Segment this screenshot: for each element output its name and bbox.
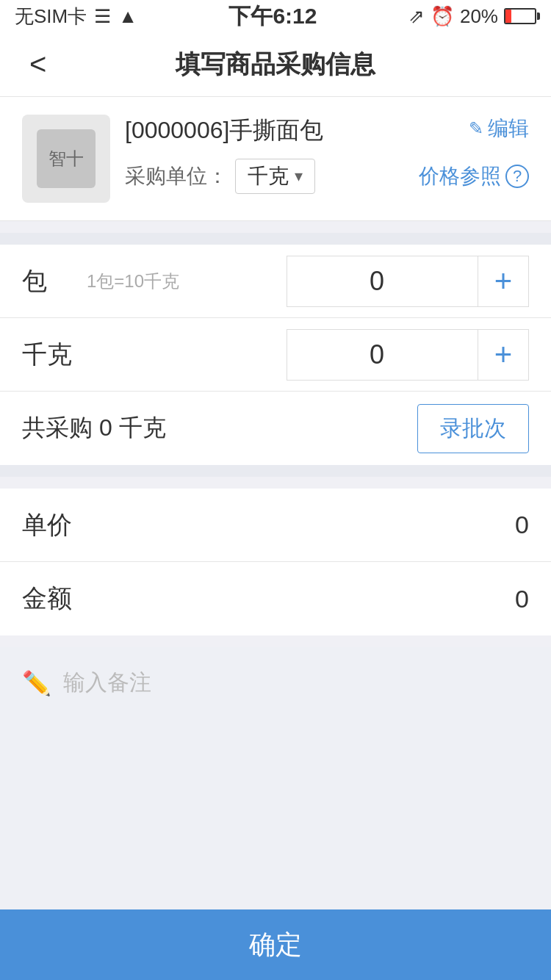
status-time: 下午6:12 — [228, 1, 317, 32]
wifi-signal: ▲ — [118, 5, 137, 28]
bag-plus-button[interactable]: + — [478, 256, 529, 307]
product-info: [0000006]手撕面包 ✎ 编辑 采购单位： 千克 ▾ 价格参照 ? — [125, 115, 529, 194]
back-button[interactable]: < — [22, 40, 54, 88]
dropdown-icon: ▾ — [295, 167, 303, 186]
section-divider-2 — [0, 465, 551, 477]
kg-input-controls: + — [287, 329, 529, 381]
amount-row: 金额 0 — [0, 562, 551, 635]
bag-quantity-input[interactable] — [287, 256, 478, 307]
carrier-text: 无SIM卡 — [15, 4, 87, 29]
section-divider-1 — [0, 233, 551, 245]
unit-label: 采购单位： — [125, 162, 228, 190]
unit-selector-group: 采购单位： 千克 ▾ — [125, 159, 315, 194]
price-section: 单价 0 金额 0 — [0, 489, 551, 635]
record-batch-button[interactable]: 录批次 — [417, 404, 529, 453]
amount-value: 0 — [515, 585, 529, 613]
amount-label: 金额 — [22, 582, 72, 616]
unit-price-value: 0 — [515, 511, 529, 539]
battery-percent: 20% — [460, 5, 498, 28]
product-logo: 智十 — [37, 129, 96, 188]
page-title: 填写商品采购信息 — [176, 48, 375, 82]
edit-button[interactable]: ✎ 编辑 — [469, 115, 529, 143]
kg-plus-button[interactable]: + — [478, 329, 529, 381]
nav-bar: < 填写商品采购信息 — [0, 32, 551, 97]
unit-price-label: 单价 — [22, 508, 72, 542]
product-image: 智十 — [22, 115, 110, 203]
alarm-icon: ⏰ — [431, 5, 454, 28]
bag-input-controls: + — [287, 256, 529, 307]
wifi-icon: ☰ — [94, 5, 111, 28]
confirm-button[interactable]: 确定 — [0, 909, 551, 980]
edit-icon: ✎ — [469, 118, 483, 139]
kg-quantity-input[interactable] — [287, 329, 478, 381]
product-unit-row: 采购单位： 千克 ▾ 价格参照 ? — [125, 159, 529, 194]
unit-select[interactable]: 千克 ▾ — [235, 159, 315, 194]
status-right: ⇗ ⏰ 20% — [408, 5, 536, 28]
status-left: 无SIM卡 ☰ ▲ — [15, 4, 137, 29]
product-header: [0000006]手撕面包 ✎ 编辑 — [125, 115, 529, 147]
help-icon: ? — [505, 165, 529, 188]
product-card: 智十 [0000006]手撕面包 ✎ 编辑 采购单位： 千克 ▾ 价格参照 ? — [0, 97, 551, 221]
note-placeholder: 输入备注 — [63, 668, 151, 698]
unit-price-row: 单价 0 — [0, 489, 551, 562]
input-section: 包 1包=10千克 + 千克 + 共采购 0 千克 录批次 — [0, 245, 551, 465]
product-name: [0000006]手撕面包 — [125, 115, 323, 147]
kg-label: 千克 — [22, 338, 81, 372]
location-icon: ⇗ — [408, 5, 425, 28]
bag-label: 包 — [22, 264, 81, 298]
pencil-icon: ✏️ — [22, 669, 51, 697]
bag-sub-label: 1包=10千克 — [87, 270, 287, 293]
total-text: 共采购 0 千克 — [22, 412, 166, 444]
total-row: 共采购 0 千克 录批次 — [0, 392, 551, 465]
battery-icon — [504, 8, 536, 24]
price-ref-button[interactable]: 价格参照 ? — [419, 162, 529, 190]
kg-input-row: 千克 + — [0, 318, 551, 392]
status-bar: 无SIM卡 ☰ ▲ 下午6:12 ⇗ ⏰ 20% — [0, 0, 551, 32]
bag-input-row: 包 1包=10千克 + — [0, 245, 551, 318]
